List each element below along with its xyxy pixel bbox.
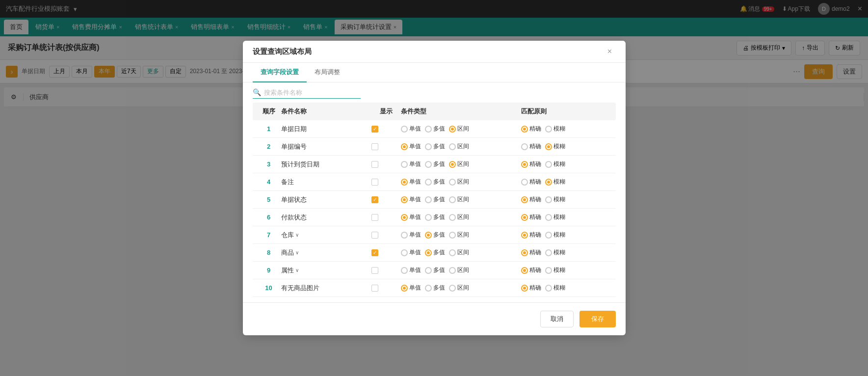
type-single[interactable]: 单值	[401, 284, 421, 292]
match-exact[interactable]: 精确	[521, 125, 541, 133]
row-display[interactable]: ✓	[371, 196, 401, 203]
row-display[interactable]	[371, 267, 401, 274]
display-checkbox[interactable]: ✓	[371, 249, 378, 256]
type-single[interactable]: 单值	[401, 213, 421, 221]
match-fuzzy[interactable]: 模糊	[545, 178, 565, 186]
type-multi[interactable]: 多值	[425, 142, 445, 151]
row-display[interactable]: ✓	[371, 126, 401, 133]
type-single[interactable]: 单值	[401, 195, 421, 204]
radio-single	[401, 285, 408, 292]
match-exact[interactable]: 精确	[521, 248, 541, 257]
type-multi[interactable]: 多值	[425, 266, 445, 274]
row-order: 8	[257, 249, 281, 256]
type-single[interactable]: 单值	[401, 142, 421, 151]
row-order: 7	[257, 231, 281, 239]
type-range[interactable]: 区间	[449, 125, 469, 133]
type-range[interactable]: 区间	[449, 231, 469, 239]
type-single[interactable]: 单值	[401, 266, 421, 274]
row-order: 5	[257, 196, 281, 203]
type-range[interactable]: 区间	[449, 248, 469, 257]
row-display[interactable]	[371, 285, 401, 292]
type-multi[interactable]: 多值	[425, 231, 445, 239]
match-exact[interactable]: 精确	[521, 302, 541, 302]
label-exact: 精确	[529, 125, 541, 133]
type-multi[interactable]: 多值	[425, 284, 445, 292]
match-fuzzy[interactable]: 模糊	[545, 142, 565, 151]
type-multi[interactable]: 多值	[425, 178, 445, 186]
type-multi[interactable]: 多值	[425, 195, 445, 204]
display-checkbox[interactable]	[371, 179, 378, 186]
expand-arrow-icon[interactable]: ∨	[295, 232, 299, 238]
display-checkbox[interactable]: ✓	[371, 196, 378, 203]
search-input[interactable]	[264, 89, 352, 96]
match-exact[interactable]: 精确	[521, 266, 541, 274]
type-single[interactable]: 单值	[401, 231, 421, 239]
radio-exact	[521, 161, 528, 168]
match-fuzzy[interactable]: 模糊	[545, 266, 565, 274]
match-fuzzy[interactable]: 模糊	[545, 231, 565, 239]
display-checkbox[interactable]	[371, 267, 378, 274]
type-single[interactable]: 单值	[401, 248, 421, 257]
match-fuzzy[interactable]: 模糊	[545, 248, 565, 257]
type-multi[interactable]: 多值	[425, 248, 445, 257]
row-display[interactable]	[371, 214, 401, 221]
row-type: 单值 多值 区间	[401, 213, 522, 221]
display-checkbox[interactable]	[371, 143, 378, 150]
display-checkbox[interactable]	[371, 285, 378, 292]
type-multi[interactable]: 多值	[425, 125, 445, 133]
match-exact[interactable]: 精确	[521, 195, 541, 204]
table-row: 8 商品 ∨ ✓ 单值 多值 区间 精确 模糊	[253, 244, 616, 262]
display-checkbox[interactable]	[371, 232, 378, 239]
type-single[interactable]: 单值	[401, 125, 421, 133]
row-order: 6	[257, 214, 281, 221]
expand-arrow-icon[interactable]: ∨	[295, 268, 299, 273]
match-fuzzy[interactable]: 模糊	[545, 302, 565, 302]
match-fuzzy[interactable]: 模糊	[545, 213, 565, 221]
type-multi[interactable]: 多值	[425, 213, 445, 221]
radio-single	[401, 161, 408, 168]
type-range[interactable]: 区间	[449, 178, 469, 186]
table-row: 3 预计到货日期 单值 多值 区间 精确 模糊	[253, 156, 616, 173]
row-display[interactable]	[371, 179, 401, 186]
type-range[interactable]: 区间	[449, 160, 469, 168]
match-fuzzy[interactable]: 模糊	[545, 160, 565, 168]
match-fuzzy[interactable]: 模糊	[545, 284, 565, 292]
save-button[interactable]: 保存	[579, 311, 616, 327]
row-display[interactable]	[371, 161, 401, 168]
type-multi[interactable]: 多值	[425, 302, 445, 302]
type-range[interactable]: 区间	[449, 142, 469, 151]
dialog-tab-fields[interactable]: 查询字段设置	[253, 63, 307, 82]
match-exact[interactable]: 精确	[521, 178, 541, 186]
type-single[interactable]: 单值	[401, 178, 421, 186]
match-exact[interactable]: 精确	[521, 142, 541, 151]
radio-exact	[521, 249, 528, 256]
match-exact[interactable]: 精确	[521, 231, 541, 239]
match-exact[interactable]: 精确	[521, 284, 541, 292]
type-single[interactable]: 单值	[401, 160, 421, 168]
type-single[interactable]: 单值	[401, 302, 421, 302]
type-range[interactable]: 区间	[449, 302, 469, 302]
dialog-close-button[interactable]: ×	[604, 46, 616, 57]
match-exact[interactable]: 精确	[521, 160, 541, 168]
match-fuzzy[interactable]: 模糊	[545, 195, 565, 204]
expand-arrow-icon[interactable]: ∨	[295, 250, 299, 255]
match-fuzzy[interactable]: 模糊	[545, 125, 565, 133]
radio-range	[449, 214, 456, 221]
row-display[interactable]: ✓	[371, 249, 401, 256]
radio-exact	[521, 214, 528, 221]
row-display[interactable]	[371, 232, 401, 239]
type-range[interactable]: 区间	[449, 195, 469, 204]
type-range[interactable]: 区间	[449, 213, 469, 221]
row-display[interactable]	[371, 143, 401, 150]
match-exact[interactable]: 精确	[521, 213, 541, 221]
cancel-button[interactable]: 取消	[540, 311, 574, 327]
display-checkbox[interactable]: ✓	[371, 126, 378, 133]
type-range[interactable]: 区间	[449, 284, 469, 292]
dialog-tab-layout[interactable]: 布局调整	[307, 63, 348, 82]
display-checkbox[interactable]	[371, 161, 378, 168]
display-checkbox[interactable]	[371, 214, 378, 221]
row-order: 9	[257, 267, 281, 274]
dialog-footer: 取消 保存	[243, 302, 626, 335]
type-multi[interactable]: 多值	[425, 160, 445, 168]
type-range[interactable]: 区间	[449, 266, 469, 274]
